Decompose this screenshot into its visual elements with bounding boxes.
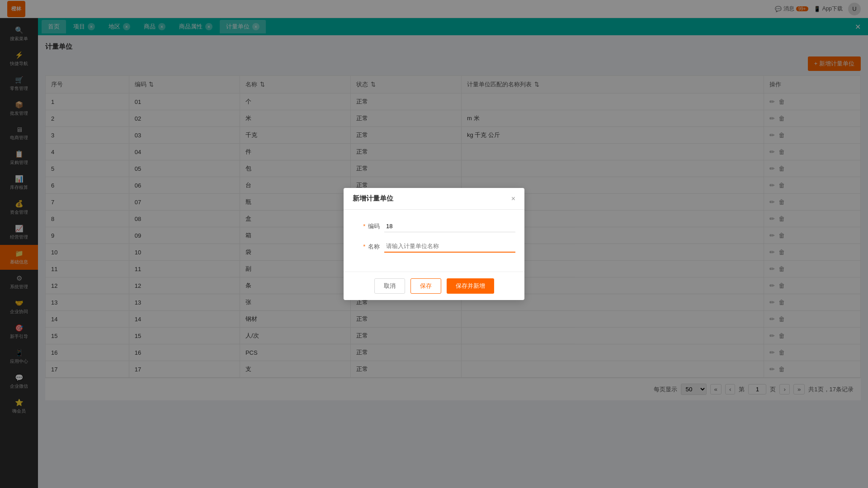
modal-title: 新增计量单位 [353,194,393,203]
code-form-row: * 编码 [353,221,515,232]
code-label: * 编码 [353,222,380,230]
modal-dialog: 新增计量单位 × * 编码 * 名称 取消 保存 保存并新增 [344,188,524,300]
modal-overlay[interactable]: 新增计量单位 × * 编码 * 名称 取消 保存 保存并新增 [0,0,868,488]
cancel-button[interactable]: 取消 [374,278,405,294]
name-form-row: * 名称 [353,240,515,253]
name-label: * 名称 [353,243,380,251]
modal-close-button[interactable]: × [511,195,515,203]
modal-header: 新增计量单位 × [344,188,524,210]
name-input[interactable] [384,240,515,253]
modal-footer: 取消 保存 保存并新增 [344,272,524,300]
modal-body: * 编码 * 名称 [344,210,524,272]
code-input[interactable] [384,221,515,232]
save-button[interactable]: 保存 [410,278,441,294]
save-new-button[interactable]: 保存并新增 [447,278,494,294]
